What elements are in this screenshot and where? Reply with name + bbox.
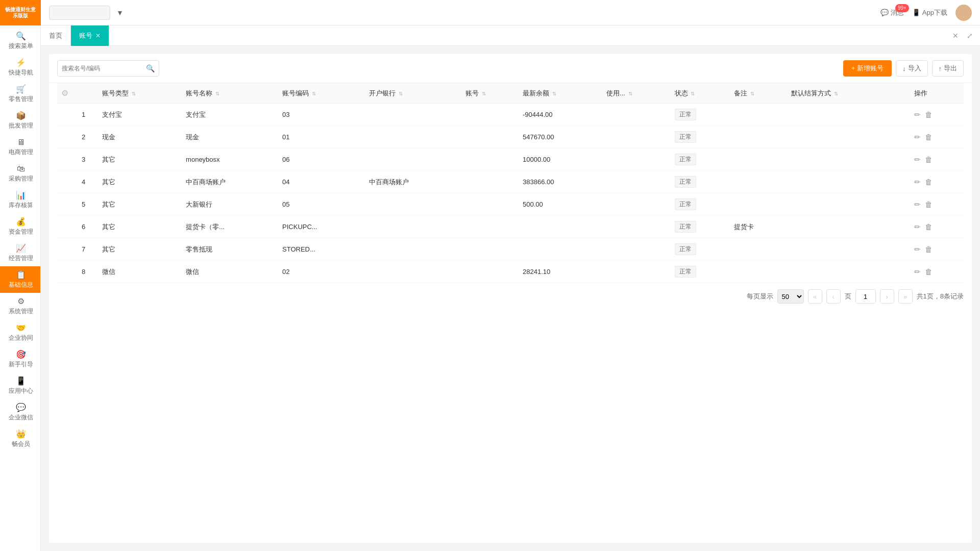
enterprise-agreement-icon: 🤝 — [16, 323, 26, 333]
edit-button[interactable]: ✏ — [914, 178, 921, 187]
import-button[interactable]: ↓ 导入 — [896, 60, 928, 77]
status-badge: 正常 — [675, 176, 696, 188]
row-type-cell: 其它 — [98, 148, 182, 171]
row-status-cell: 正常 — [671, 216, 730, 238]
col-code[interactable]: 账号编码 ⇅ — [278, 83, 365, 104]
dropdown-icon[interactable]: ▼ — [116, 9, 124, 17]
edit-button[interactable]: ✏ — [914, 222, 921, 232]
msg-button[interactable]: 💬 消息 99+ — [880, 8, 904, 17]
status-badge: 正常 — [675, 198, 696, 210]
first-page-button[interactable]: « — [808, 289, 822, 304]
sidebar-item-system[interactable]: ⚙ 系统管理 — [0, 293, 40, 319]
tab-account[interactable]: 账号 ✕ — [71, 26, 109, 46]
row-balance-cell: 547670.00 — [519, 126, 602, 148]
table-wrap: ⚙ 账号类型 ⇅ 账号名称 ⇅ — [49, 83, 972, 283]
tab-account-label: 账号 — [79, 31, 92, 40]
row-bank-cell — [365, 126, 461, 148]
search-input[interactable] — [62, 65, 146, 72]
edit-button[interactable]: ✏ — [914, 133, 921, 142]
col-status[interactable]: 状态 ⇅ — [671, 83, 730, 104]
prev-page-button[interactable]: ‹ — [826, 289, 841, 304]
sidebar-item-enterprise-agreement[interactable]: 🤝 企业协同 — [0, 319, 40, 346]
table-row: 3 其它 moneybosx 06 10000.00 正常 ✏ 🗑 — [57, 148, 964, 171]
col-account[interactable]: 账号 ⇅ — [461, 83, 519, 104]
export-button[interactable]: ↑ 导出 — [932, 60, 964, 77]
app-download-button[interactable]: 📱 App下载 — [912, 8, 947, 17]
row-bank-cell — [365, 193, 461, 216]
sidebar-item-operations[interactable]: 📈 经营管理 — [0, 240, 40, 266]
row-index-cell: 3 — [78, 148, 98, 171]
col-usage[interactable]: 使用... ⇅ — [602, 83, 671, 104]
settings-icon[interactable]: ⚙ — [61, 89, 68, 97]
sidebar-item-inventory[interactable]: 📊 库存核算 — [0, 187, 40, 213]
sidebar-item-ecommerce[interactable]: 🖥 电商管理 — [0, 134, 40, 160]
sidebar-item-membership[interactable]: 👑 畅会员 — [0, 425, 40, 452]
next-page-button[interactable]: › — [880, 289, 894, 304]
operations-icon: 📈 — [16, 243, 26, 253]
page-size-select[interactable]: 50 100 200 — [777, 289, 804, 304]
row-name-cell: 中百商场账户 — [182, 171, 278, 193]
top-bar: ▼ 💬 消息 99+ 📱 App下载 — [41, 0, 980, 26]
col-balance[interactable]: 最新余额 ⇅ — [519, 83, 602, 104]
delete-button[interactable]: 🗑 — [925, 222, 933, 231]
sidebar-item-wechat[interactable]: 💬 企业微信 — [0, 399, 40, 425]
search-icon[interactable]: 🔍 — [146, 64, 155, 72]
top-search-input[interactable] — [49, 6, 110, 20]
sidebar-item-app-center[interactable]: 📱 应用中心 — [0, 372, 40, 399]
col-action-label: 操作 — [914, 89, 927, 97]
top-bar-left: ▼ — [49, 6, 124, 20]
col-type[interactable]: 账号类型 ⇅ — [98, 83, 182, 104]
col-default-settle[interactable]: 默认结算方式 ⇅ — [787, 83, 910, 104]
delete-button[interactable]: 🗑 — [925, 178, 933, 186]
row-status-cell: 正常 — [671, 193, 730, 216]
sidebar-item-search-menu[interactable]: 🔍 搜索菜单 — [0, 28, 40, 54]
toolbar-right: + 新增账号 ↓ 导入 ↑ 导出 — [843, 60, 964, 77]
sidebar-item-retail[interactable]: 🛒 零售管理 — [0, 81, 40, 107]
sidebar-item-purchase[interactable]: 🛍 采购管理 — [0, 160, 40, 187]
edit-button[interactable]: ✏ — [914, 200, 921, 209]
delete-button[interactable]: 🗑 — [925, 245, 933, 254]
row-code-cell: PICKUPC... — [278, 216, 365, 238]
content-area: 🔍 + 新增账号 ↓ 导入 ↑ 导出 — [41, 46, 980, 551]
sidebar-item-wholesale[interactable]: 📦 批发管理 — [0, 107, 40, 134]
tab-expand-button[interactable]: ⤢ — [964, 30, 976, 42]
delete-button[interactable]: 🗑 — [925, 110, 933, 119]
row-index-cell: 4 — [78, 171, 98, 193]
col-name[interactable]: 账号名称 ⇅ — [182, 83, 278, 104]
edit-button[interactable]: ✏ — [914, 245, 921, 254]
sidebar-item-basic-info[interactable]: 📋 基础信息 — [0, 266, 40, 293]
col-bank[interactable]: 开户银行 ⇅ — [365, 83, 461, 104]
row-remark-cell: 提货卡 — [730, 216, 787, 238]
delete-button[interactable]: 🗑 — [925, 133, 933, 141]
delete-button[interactable]: 🗑 — [925, 267, 933, 276]
edit-button[interactable]: ✏ — [914, 155, 921, 164]
add-account-button[interactable]: + 新增账号 — [843, 60, 892, 77]
row-action-cell: ✏ 🗑 — [910, 238, 964, 261]
edit-button[interactable]: ✏ — [914, 110, 921, 119]
row-remark-cell — [730, 261, 787, 283]
sidebar-item-newbie[interactable]: 🎯 新手引导 — [0, 346, 40, 372]
tab-close-all-button[interactable]: ✕ — [949, 30, 962, 42]
row-balance-cell — [519, 216, 602, 238]
accounts-table: ⚙ 账号类型 ⇅ 账号名称 ⇅ — [57, 83, 964, 283]
logo-subtext: 乐版版 — [5, 13, 36, 19]
row-code-cell: 03 — [278, 104, 365, 126]
msg-badge: 99+ — [895, 4, 909, 12]
page-input[interactable] — [855, 289, 876, 304]
tab-close-icon[interactable]: ✕ — [95, 32, 101, 39]
sort-remark-icon: ⇅ — [750, 91, 754, 96]
col-remark[interactable]: 备注 ⇅ — [730, 83, 787, 104]
user-avatar[interactable] — [955, 5, 972, 21]
row-default-settle-cell — [787, 104, 910, 126]
row-bank-cell — [365, 148, 461, 171]
app-center-icon: 📱 — [16, 376, 26, 386]
delete-button[interactable]: 🗑 — [925, 200, 933, 209]
row-gear-cell — [57, 126, 78, 148]
edit-button[interactable]: ✏ — [914, 267, 921, 277]
sidebar-item-quick-nav[interactable]: ⚡ 快捷导航 — [0, 54, 40, 81]
delete-button[interactable]: 🗑 — [925, 155, 933, 164]
action-buttons: ✏ 🗑 — [914, 200, 960, 209]
tab-home[interactable]: 首页 — [41, 26, 71, 46]
last-page-button[interactable]: » — [898, 289, 913, 304]
sidebar-item-finance[interactable]: 💰 资金管理 — [0, 213, 40, 240]
